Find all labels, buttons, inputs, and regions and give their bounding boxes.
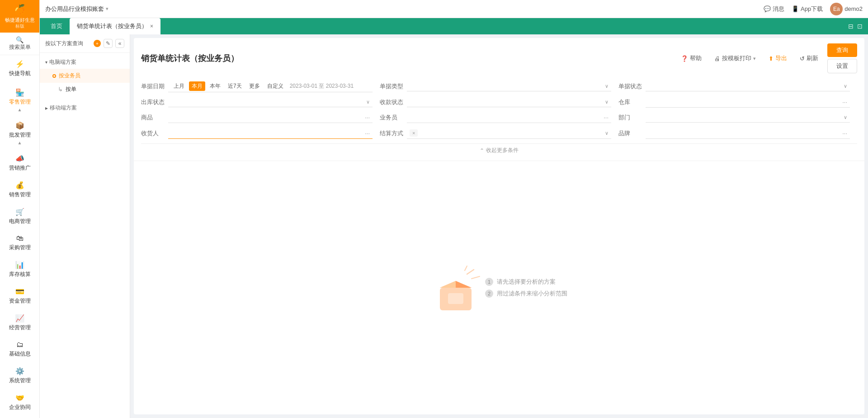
out-status-select[interactable]: ∨	[168, 97, 373, 107]
consignee-dots: ···	[365, 130, 370, 137]
refresh-btn[interactable]: ↺ 刷新	[796, 52, 822, 64]
logo[interactable]: 🍊 畅捷通好生意 标版	[0, 0, 39, 33]
sidebar-item-ecommerce[interactable]: 🛒 电商管理	[0, 203, 39, 230]
sidebar-item-guide[interactable]: 🗺 新手引导	[0, 416, 39, 418]
step-2-label: 用过滤条件来缩小分析范围	[497, 290, 567, 298]
pc-scheme-group[interactable]: ▾ 电脑端方案	[40, 56, 130, 69]
sidebar-item-wholesale[interactable]: 📦 批发管理 ▲	[0, 117, 39, 150]
filter-date: 单据日期 上月 本月 本年 近7天 更多 自定义 2023-03-01 至 20…	[141, 81, 380, 92]
empty-state: 1 请先选择要分析的方案 2 用过滤条件来缩小分析范围	[134, 161, 864, 414]
pay-status-select[interactable]: ∨	[407, 97, 611, 107]
sidebar-item-system[interactable]: ⚙️ 系统管理	[0, 362, 39, 389]
add-scheme-btn[interactable]: +	[94, 40, 101, 47]
tab-salereport[interactable]: 销货单统计表（按业务员） ×	[70, 18, 160, 34]
print-btn[interactable]: 🖨 按模板打印 ▾	[711, 52, 760, 64]
sidebar-retail-arrow: ▲	[18, 107, 22, 112]
refresh-label: 刷新	[807, 54, 818, 62]
filter-pay-status: 收款状态 ∨	[380, 97, 618, 107]
refresh-icon: ↺	[800, 55, 805, 62]
out-status-arrow: ∨	[366, 99, 370, 105]
svg-marker-2	[440, 281, 456, 288]
scheme-salesperson[interactable]: 按业务员	[40, 69, 130, 83]
message-icon: 💬	[764, 5, 771, 12]
user-profile[interactable]: Ea demo2	[830, 3, 863, 15]
date-filter-controls: 上月 本月 本年 近7天 更多 自定义 2023-03-01 至 2023-03…	[168, 81, 373, 92]
app-download-btn[interactable]: 📱 App下载	[792, 5, 823, 13]
salesperson-select[interactable]: ···	[407, 112, 611, 123]
sidebar-item-retail[interactable]: 🏪 零售管理 ▲	[0, 84, 39, 117]
pc-scheme-section: ▾ 电脑端方案 按业务员 ↳ 按单	[40, 53, 130, 99]
brand-dots: ···	[842, 130, 847, 137]
empty-svg	[431, 265, 481, 315]
svg-line-6	[472, 276, 480, 279]
sub-item-icon: ↳	[58, 86, 63, 93]
sidebar-item-marketing[interactable]: 📣 营销推广	[0, 150, 39, 176]
page-actions: ❓ 帮助 🖨 按模板打印 ▾ ⬆ 导出 ↺ 刷新	[677, 43, 857, 73]
help-btn[interactable]: ❓ 帮助	[677, 52, 705, 64]
sidebar-search[interactable]: 🔍 搜索菜单	[0, 33, 39, 55]
sidebar-item-purchase[interactable]: 🛍 采购管理	[0, 230, 39, 256]
collapse-filters-btn[interactable]: ⌃ 收起更多条件	[141, 143, 857, 157]
settlement-tag-close[interactable]: ×	[412, 130, 415, 136]
logo-text: 畅捷通好生意	[5, 17, 35, 23]
export-label: 导出	[775, 54, 787, 62]
sidebar-item-shortcut[interactable]: ⚡ 快捷导航	[0, 55, 39, 82]
scheme-by-order[interactable]: ↳ 按单	[40, 83, 130, 96]
filter-settlement: 结算方式 × ∨	[380, 128, 618, 139]
date-7days[interactable]: 近7天	[225, 81, 245, 91]
brand-select[interactable]: ···	[646, 128, 850, 139]
filter-salesperson: 业务员 ···	[380, 112, 618, 123]
svg-marker-3	[456, 281, 472, 288]
sidebar-item-collab[interactable]: 🤝 企业协同	[0, 389, 39, 416]
tab-home[interactable]: 首页	[43, 18, 70, 34]
mobile-scheme-group[interactable]: ▸ 移动端方案	[40, 101, 130, 114]
export-btn[interactable]: ⬆ 导出	[765, 52, 791, 64]
date-custom[interactable]: 自定义	[264, 81, 286, 91]
tabbar: 首页 销货单统计表（按业务员） × ⊟ ⊡	[40, 18, 868, 34]
sidebar-ecommerce-label: 电商管理	[9, 218, 31, 225]
date-label: 单据日期	[141, 82, 165, 90]
tab-close-icon[interactable]: ×	[150, 23, 153, 29]
date-this-month[interactable]: 本月	[189, 81, 205, 91]
filter-consignee: 收货人 ···	[141, 128, 380, 139]
dept-select[interactable]: ∨	[646, 113, 850, 123]
settings-btn[interactable]: 设置	[827, 59, 857, 73]
left-panel-header-label: 按以下方案查询	[45, 40, 91, 48]
message-btn[interactable]: 💬 消息	[764, 5, 784, 13]
date-last-month[interactable]: 上月	[171, 81, 187, 91]
print-label: 按模板打印	[722, 54, 751, 62]
warehouse-select[interactable]: ···	[646, 97, 850, 108]
app-download-icon: 📱	[792, 5, 799, 12]
add-icon: +	[96, 41, 99, 46]
consignee-input[interactable]: ···	[168, 128, 373, 139]
step-num-2: 2	[485, 290, 493, 298]
help-icon: ❓	[681, 55, 688, 62]
query-btn[interactable]: 查询	[827, 43, 857, 57]
edit-scheme-btn[interactable]: ✎	[104, 39, 113, 48]
svg-rect-4	[448, 293, 463, 304]
message-label: 消息	[773, 5, 784, 13]
collapse-panel-btn[interactable]: «	[115, 39, 124, 48]
sidebar-item-inventory[interactable]: 📊 库存核算	[0, 256, 39, 283]
doc-type-select[interactable]: ∨	[407, 81, 611, 91]
page-title: 销货单统计表（按业务员）	[141, 53, 239, 64]
tab-right-icons: ⊟ ⊡	[848, 23, 864, 30]
sidebar-item-sales[interactable]: 💰 销售管理	[0, 176, 39, 203]
date-more[interactable]: 更多	[246, 81, 263, 91]
workspace-selector[interactable]: 办公用品行业模拟账套 ▾	[45, 5, 108, 13]
settlement-select[interactable]: × ∨	[407, 128, 611, 139]
pay-status-label: 收款状态	[380, 98, 403, 106]
main-area: 办公用品行业模拟账套 ▾ 💬 消息 📱 App下载 Ea demo2 首页	[40, 0, 868, 418]
left-panel: 按以下方案查询 + ✎ « ▾ 电脑端方案 按业务员	[40, 34, 130, 418]
tab-maximize-icon[interactable]: ⊡	[857, 23, 863, 30]
doc-status-select[interactable]: ∨	[646, 81, 850, 91]
sidebar-item-finance[interactable]: 💳 资金管理	[0, 283, 39, 309]
tab-minimize-icon[interactable]: ⊟	[848, 23, 854, 30]
scheme-salesperson-label: 按业务员	[59, 72, 80, 80]
sidebar-item-operation[interactable]: 📈 经营管理	[0, 309, 39, 336]
goods-select[interactable]: ···	[168, 112, 373, 123]
date-this-year[interactable]: 本年	[207, 81, 223, 91]
sidebar-item-basic[interactable]: 🗂 基础信息	[0, 336, 39, 362]
collapse-icon: ⌃	[480, 147, 484, 154]
query-settings-group: 查询 设置	[827, 43, 857, 73]
